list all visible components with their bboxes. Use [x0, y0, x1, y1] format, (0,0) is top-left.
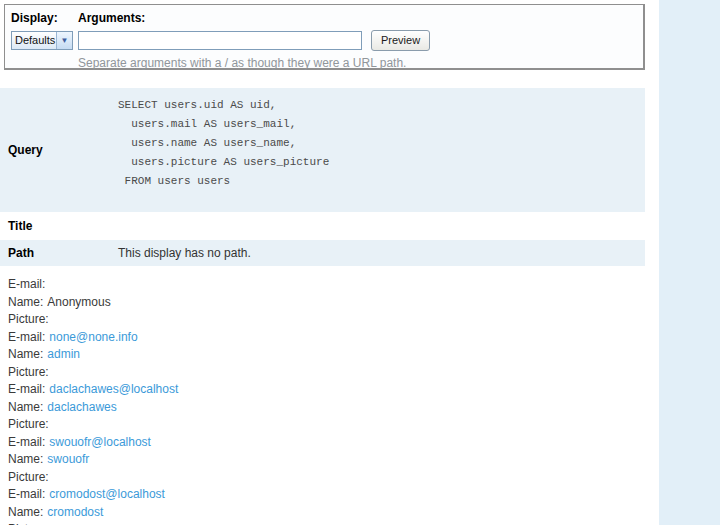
- list-item: E-mail:cromodost@localhost: [8, 486, 638, 504]
- field-label: Name:: [8, 505, 43, 519]
- list-item: Name:daclachawes: [8, 399, 638, 417]
- list-item: Name:Anonymous: [8, 294, 638, 312]
- field-label: E-mail:: [8, 382, 45, 396]
- field-label: E-mail:: [8, 487, 45, 501]
- field-label: Picture:: [8, 312, 49, 326]
- field-label: E-mail:: [8, 330, 45, 344]
- user-link[interactable]: swouofr: [47, 452, 89, 466]
- field-label: Name:: [8, 347, 43, 361]
- query-row-label: Query: [0, 88, 118, 212]
- preview-results-list: E-mail: Name:Anonymous Picture: E-mail:n…: [8, 276, 638, 525]
- list-item: Name:admin: [8, 346, 638, 364]
- field-label: E-mail:: [8, 277, 45, 291]
- view-info-table: Query SELECT users.uid AS uid, users.mai…: [0, 88, 645, 266]
- field-label: Name:: [8, 452, 43, 466]
- list-item: E-mail:daclachawes@localhost: [8, 381, 638, 399]
- preview-button[interactable]: Preview: [371, 30, 430, 51]
- preview-form-fieldset: Display: Defaults ▼ Arguments: Preview S…: [4, 4, 645, 70]
- field-label: E-mail:: [8, 435, 45, 449]
- field-label: Name:: [8, 400, 43, 414]
- email-link[interactable]: swouofr@localhost: [49, 435, 151, 449]
- title-row-label: Title: [0, 219, 118, 233]
- list-item: Picture:: [8, 521, 638, 525]
- field-label: Name:: [8, 295, 43, 309]
- list-item: Picture:: [8, 364, 638, 382]
- user-link[interactable]: daclachawes: [47, 400, 116, 414]
- field-label: Picture:: [8, 417, 49, 431]
- user-link[interactable]: cromodost: [47, 505, 103, 519]
- chevron-down-icon: ▼: [56, 32, 72, 49]
- list-item: E-mail:swouofr@localhost: [8, 434, 638, 452]
- query-sql-text: SELECT users.uid AS uid, users.mail AS u…: [118, 96, 329, 191]
- query-row: Query SELECT users.uid AS uid, users.mai…: [0, 88, 645, 212]
- page-background-strip: [659, 0, 720, 525]
- display-select[interactable]: Defaults ▼: [11, 31, 73, 50]
- path-row: Path This display has no path.: [0, 240, 645, 266]
- list-item: E-mail:: [8, 276, 638, 294]
- list-item: Name:swouofr: [8, 451, 638, 469]
- list-item: Picture:: [8, 416, 638, 434]
- list-item: Picture:: [8, 469, 638, 487]
- title-row: Title: [0, 212, 645, 240]
- list-item: Name:cromodost: [8, 504, 638, 522]
- arguments-help-text: Separate arguments with a / as though th…: [78, 56, 643, 70]
- email-link[interactable]: cromodost@localhost: [49, 487, 165, 501]
- arguments-input[interactable]: [78, 31, 362, 50]
- user-link[interactable]: admin: [47, 347, 80, 361]
- views-preview-page: Display: Defaults ▼ Arguments: Preview S…: [0, 0, 720, 525]
- field-value: Anonymous: [47, 295, 110, 309]
- email-link[interactable]: daclachawes@localhost: [49, 382, 178, 396]
- field-label: Picture:: [8, 365, 49, 379]
- display-select-value: Defaults: [12, 32, 56, 49]
- email-link[interactable]: none@none.info: [49, 330, 137, 344]
- list-item: Picture:: [8, 311, 638, 329]
- display-label: Display:: [11, 11, 78, 25]
- path-row-label: Path: [0, 246, 118, 260]
- field-label: Picture:: [8, 470, 49, 484]
- path-row-value: This display has no path.: [118, 246, 251, 260]
- arguments-label: Arguments:: [78, 11, 643, 25]
- list-item: E-mail:none@none.info: [8, 329, 638, 347]
